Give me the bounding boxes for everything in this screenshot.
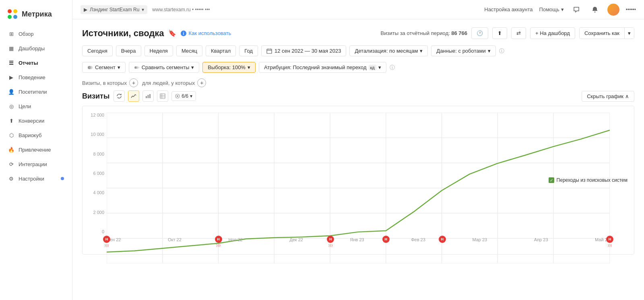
topbar-right: Настройка аккаунта Помощь ▾ •••••• <box>484 4 636 16</box>
week-button[interactable]: Неделя <box>144 45 173 56</box>
save-as-button[interactable]: Сохранить как <box>580 28 625 39</box>
hide-graph-button[interactable]: Скрыть график ∧ <box>582 91 634 102</box>
attribution-button[interactable]: Атрибуция: Последний значимый переход кд… <box>259 62 386 73</box>
sidebar-item-conversions[interactable]: ⬆ Конверсии <box>2 114 70 127</box>
site-url: www.startexam.ru • ••••• ••• <box>152 7 210 12</box>
help-label: Помощь <box>539 6 559 12</box>
month-button[interactable]: Месяц <box>176 45 202 56</box>
event-marker-mar23[interactable]: Н <box>439 236 446 243</box>
hide-graph-chevron-icon: ∧ <box>625 93 629 99</box>
layers-chevron-icon: ▾ <box>190 93 192 99</box>
refresh-icon <box>116 93 122 99</box>
visits-title-area: Визиты <box>82 90 196 102</box>
bar-chart-button[interactable] <box>142 90 154 102</box>
svg-point-4 <box>13 15 17 19</box>
quarter-button[interactable]: Квартал <box>206 45 236 56</box>
people-filter-label: для людей, у которых <box>142 80 195 86</box>
cube-icon: ⬡ <box>8 132 14 138</box>
svg-rect-7 <box>267 49 272 53</box>
export-button[interactable]: ⬆ <box>492 27 507 39</box>
layers-button[interactable]: 6/6 ▾ <box>171 91 196 101</box>
today-button[interactable]: Сегодня <box>82 45 113 56</box>
sidebar-item-visitors[interactable]: 👤 Посетители <box>2 85 70 99</box>
svg-point-2 <box>13 9 17 13</box>
line-chart-button[interactable] <box>128 90 139 102</box>
how-to-use-label: Как использовать <box>189 30 231 36</box>
sidebar-item-variocube[interactable]: ⬡ Вариокуб <box>2 128 70 142</box>
how-to-use-link[interactable]: i Как использовать <box>180 30 231 37</box>
add-to-dashboard-button[interactable]: + На дашборд <box>530 27 575 39</box>
legend-checkbox[interactable]: ✓ <box>549 177 554 183</box>
username[interactable]: •••••• <box>626 7 636 12</box>
chat-icon-button[interactable] <box>570 4 582 16</box>
event-marker-feb23[interactable]: Н <box>382 236 390 243</box>
page-header: Источники, сводка 🔖 i Как использовать В… <box>82 27 634 39</box>
attribution-type: кд <box>369 65 376 70</box>
data-info-icon[interactable]: ⓘ <box>499 47 504 55</box>
x-label-jan23: Янв 23 <box>350 237 364 242</box>
clock-button[interactable]: 🕐 <box>471 27 488 39</box>
detail-button[interactable]: Детализация: по месяцам ▾ <box>349 45 428 56</box>
svg-point-12 <box>89 66 93 69</box>
add-visits-filter-button[interactable]: + <box>129 78 138 87</box>
event-marker-jan23[interactable]: Н ) ) ) <box>327 236 334 247</box>
detail-label: Детализация: по месяцам <box>355 48 418 54</box>
page-header-right: Визиты за отчётный период: 86 766 🕐 ⬆ ⇄ … <box>381 27 634 39</box>
yesterday-button[interactable]: Вчера <box>116 45 141 56</box>
topbar: ▶ Лэндинг StartExam Ru ▾ www.startexam.r… <box>72 0 644 19</box>
sidebar-item-overview[interactable]: ⊞ Обзор <box>2 27 70 41</box>
main-area: ▶ Лэндинг StartExam Ru ▾ www.startexam.r… <box>72 0 644 300</box>
compare-chevron-icon: ▾ <box>191 64 194 70</box>
site-selector[interactable]: ▶ Лэндинг StartExam Ru ▾ <box>80 5 147 14</box>
data-label: Данные: с роботами <box>436 48 485 54</box>
date-range-label: 12 сен 2022 — 30 мая 2023 <box>275 48 341 54</box>
data-button[interactable]: Данные: с роботами ▾ <box>431 45 495 56</box>
sidebar-item-integrations[interactable]: ⟳ Интеграции <box>2 157 70 171</box>
svg-rect-19 <box>160 94 165 99</box>
filter-bar: Сегмент ▾ Сравнить сегменты ▾ Выборка: 1… <box>82 62 634 73</box>
table-chart-button[interactable] <box>157 90 168 102</box>
bookmark-icon[interactable]: 🔖 <box>168 29 176 37</box>
account-settings-link[interactable]: Настройка аккаунта <box>484 6 533 12</box>
app-logo[interactable]: Метрика <box>0 3 72 27</box>
sidebar-item-settings[interactable]: ⚙ Настройки <box>2 172 70 185</box>
refresh-button[interactable] <box>114 90 125 102</box>
content-area: Источники, сводка 🔖 i Как использовать В… <box>72 19 644 300</box>
sidebar-item-acquisition[interactable]: 🔥 Привлечение <box>2 143 70 156</box>
sidebar-label-behavior: Поведение <box>19 74 45 80</box>
date-range-button[interactable]: 12 сен 2022 — 30 мая 2023 <box>261 45 347 56</box>
svg-point-15 <box>138 67 140 68</box>
export-icon: ⬆ <box>497 30 502 36</box>
help-button[interactable]: Помощь ▾ <box>539 6 564 12</box>
user-avatar[interactable] <box>607 4 619 16</box>
sidebar-item-behavior[interactable]: ▶ Поведение <box>2 70 70 84</box>
visits-filter-label: Визиты, в которых <box>82 80 127 86</box>
add-people-filter-button[interactable]: + <box>197 78 206 87</box>
attribution-chevron-icon: ▾ <box>378 64 381 70</box>
settings-icon: ⚙ <box>8 175 14 182</box>
notifications-icon-button[interactable] <box>589 4 601 16</box>
sample-button[interactable]: Выборка: 100% ▾ <box>202 62 256 73</box>
sidebar-label-variocube: Вариокуб <box>19 132 42 138</box>
sidebar-item-dashboards[interactable]: ▦ Дашборды <box>2 41 70 55</box>
save-as-dropdown-button[interactable]: ▾ <box>625 28 634 39</box>
sidebar-item-goals[interactable]: ◎ Цели <box>2 99 70 113</box>
grid-icon: ⊞ <box>8 31 14 37</box>
year-button[interactable]: Год <box>239 45 258 56</box>
segment-button[interactable]: Сегмент ▾ <box>82 62 126 73</box>
event-marker-nov22[interactable]: Н ) ) ) <box>215 236 222 247</box>
segment-chevron-icon: ▾ <box>118 64 120 70</box>
visits-header: Визиты <box>82 90 634 102</box>
reports-icon: ☰ <box>8 60 14 66</box>
compare-segments-button[interactable]: Сравнить сегменты ▾ <box>129 62 200 73</box>
sidebar-label-overview: Обзор <box>19 31 34 37</box>
y-label-10000: 10 000 <box>91 132 104 137</box>
visits-controls: 6/6 ▾ <box>114 90 196 102</box>
attribution-info-icon[interactable]: ⓘ <box>390 64 395 71</box>
save-as-control: Сохранить как ▾ <box>579 27 634 39</box>
event-marker-sep22[interactable]: Н ) ) ) <box>103 236 110 247</box>
sidebar-item-reports[interactable]: ☰ Отчеты <box>2 56 70 70</box>
share-button[interactable]: ⇄ <box>511 27 526 39</box>
event-marker-may23[interactable]: Н ) ) ) <box>606 236 613 247</box>
add-to-dashboard-label: + На дашборд <box>535 30 570 36</box>
